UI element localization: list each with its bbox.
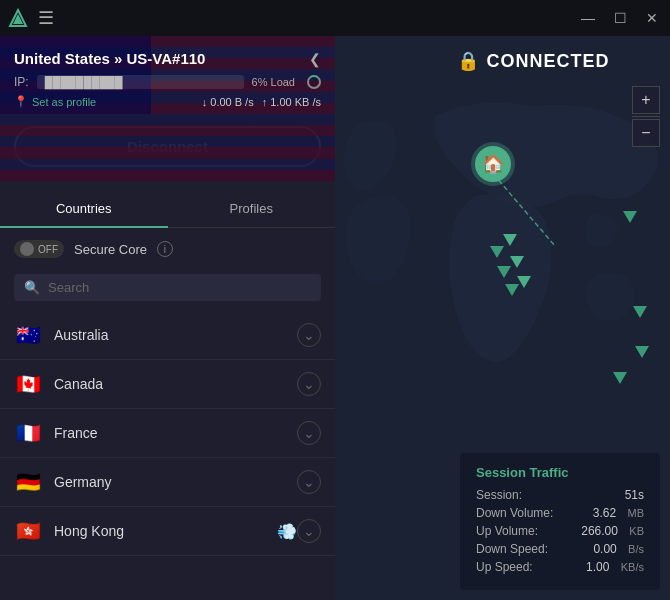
flag-germany: 🇩🇪 <box>14 472 42 492</box>
ip-value: ██████████ <box>37 75 244 89</box>
map-marker <box>613 372 627 384</box>
country-name: France <box>54 425 297 441</box>
down-speed-row: Down Speed: 0.00 B/s <box>476 542 644 556</box>
tab-profiles[interactable]: Profiles <box>168 191 336 227</box>
connected-badge: 🔒 CONNECTED <box>457 50 610 72</box>
map-marker <box>497 266 511 278</box>
up-volume-label: Up Volume: <box>476 524 538 538</box>
connected-label: CONNECTED <box>487 51 610 72</box>
tab-countries[interactable]: Countries <box>0 191 168 228</box>
country-name: Canada <box>54 376 297 392</box>
search-row: 🔍 <box>0 270 335 311</box>
map-marker <box>635 346 649 358</box>
lock-icon: 🔒 <box>457 50 479 72</box>
list-item[interactable]: 🇦🇺 Australia ⌄ <box>0 311 335 360</box>
country-name: Hong Kong <box>54 523 271 539</box>
down-volume-row: Down Volume: 3.62 MB <box>476 506 644 520</box>
title-bar-left: ☰ <box>8 7 54 29</box>
down-volume-label: Down Volume: <box>476 506 553 520</box>
pin-icon: 📍 <box>14 95 28 108</box>
session-traffic-title: Session Traffic <box>476 465 644 480</box>
left-panel: United States » US-VA#110 ❮ IP: ████████… <box>0 36 335 600</box>
list-item[interactable]: 🇫🇷 France ⌄ <box>0 409 335 458</box>
ip-label: IP: <box>14 75 29 89</box>
main-layout: United States » US-VA#110 ❮ IP: ████████… <box>0 36 670 600</box>
menu-icon[interactable]: ☰ <box>38 7 54 29</box>
set-profile-button[interactable]: 📍 Set as profile <box>14 95 96 108</box>
flag-canada: 🇨🇦 <box>14 374 42 394</box>
chevron-down-icon[interactable]: ⌄ <box>297 323 321 347</box>
server-row: United States » US-VA#110 ❮ <box>14 50 321 67</box>
up-speed-row: Up Speed: 1.00 KB/s <box>476 560 644 574</box>
country-list: 🇦🇺 Australia ⌄ 🇨🇦 Canada ⌄ 🇫🇷 France ⌄ 🇩… <box>0 311 335 600</box>
up-volume-value: 266.00 KB <box>581 524 644 538</box>
app-logo <box>8 8 28 28</box>
session-label: Session: <box>476 488 522 502</box>
up-speed-value: 1.00 KB/s <box>586 560 644 574</box>
map-marker <box>633 306 647 318</box>
flag-hong-kong: 🇭🇰 <box>14 521 42 541</box>
secure-core-toggle[interactable]: OFF <box>14 240 64 258</box>
info-icon[interactable]: i <box>157 241 173 257</box>
down-speed-label: Down Speed: <box>476 542 548 556</box>
close-button[interactable]: ✕ <box>642 8 662 28</box>
traffic-info: ↓ 0.00 B /s ↑ 1.00 KB /s <box>202 96 321 108</box>
list-item[interactable]: 🇨🇦 Canada ⌄ <box>0 360 335 409</box>
title-bar: ☰ — ☐ ✕ <box>0 0 670 36</box>
chevron-down-icon[interactable]: ⌄ <box>297 470 321 494</box>
map-marker <box>510 256 524 268</box>
map-marker <box>490 246 504 258</box>
list-item[interactable]: 🇭🇰 Hong Kong 💨 ⌄ <box>0 507 335 556</box>
session-row: Session: 51s <box>476 488 644 502</box>
tabs: Countries Profiles <box>0 191 335 228</box>
secure-core-label: Secure Core <box>74 242 147 257</box>
toggle-label: OFF <box>38 244 58 255</box>
header-area: United States » US-VA#110 ❮ IP: ████████… <box>0 36 335 181</box>
search-input[interactable] <box>48 280 311 295</box>
session-traffic-panel: Session Traffic Session: 51s Down Volume… <box>460 453 660 590</box>
load-text: 6% Load <box>252 76 295 88</box>
up-volume-row: Up Volume: 266.00 KB <box>476 524 644 538</box>
flag-australia: 🇦🇺 <box>14 325 42 345</box>
session-value: 51s <box>625 488 644 502</box>
country-name: Australia <box>54 327 297 343</box>
right-panel: 🔒 CONNECTED 🏠 + − Session Traffic <box>335 36 670 600</box>
search-input-wrap: 🔍 <box>14 274 321 301</box>
secure-core-row: OFF Secure Core i <box>0 228 335 270</box>
ip-row: IP: ██████████ 6% Load <box>14 75 321 89</box>
down-speed-value: 0.00 B/s <box>593 542 644 556</box>
map-marker <box>517 276 531 288</box>
download-speed: ↓ 0.00 B /s <box>202 96 254 108</box>
up-speed-label: Up Speed: <box>476 560 533 574</box>
map-marker <box>503 234 517 246</box>
upload-speed: ↑ 1.00 KB /s <box>262 96 321 108</box>
minimize-button[interactable]: — <box>578 8 598 28</box>
server-name: United States » US-VA#110 <box>14 50 205 67</box>
chevron-down-icon[interactable]: ⌄ <box>297 421 321 445</box>
map-controls: + − <box>632 86 660 147</box>
home-marker: 🏠 <box>475 146 511 182</box>
chevron-down-icon[interactable]: ⌄ <box>297 519 321 543</box>
down-volume-value: 3.62 MB <box>593 506 644 520</box>
list-item[interactable]: 🇩🇪 Germany ⌄ <box>0 458 335 507</box>
country-name: Germany <box>54 474 297 490</box>
zoom-out-button[interactable]: − <box>632 119 660 147</box>
maximize-button[interactable]: ☐ <box>610 8 630 28</box>
zoom-in-button[interactable]: + <box>632 86 660 114</box>
back-arrow-button[interactable]: ❮ <box>309 51 321 67</box>
toggle-circle <box>20 242 34 256</box>
window-controls: — ☐ ✕ <box>578 8 662 28</box>
map-marker <box>623 211 637 223</box>
map-marker <box>505 284 519 296</box>
load-icon <box>307 75 321 89</box>
profile-row: 📍 Set as profile ↓ 0.00 B /s ↑ 1.00 KB /… <box>14 95 321 108</box>
header-content: United States » US-VA#110 ❮ IP: ████████… <box>0 36 335 126</box>
chevron-down-icon[interactable]: ⌄ <box>297 372 321 396</box>
flag-france: 🇫🇷 <box>14 423 42 443</box>
search-icon: 🔍 <box>24 280 40 295</box>
